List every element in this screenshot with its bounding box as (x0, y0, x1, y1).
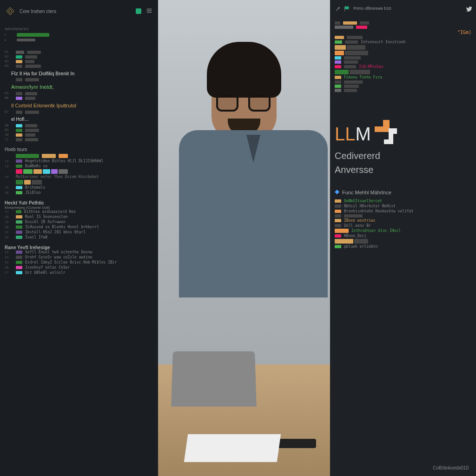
developer-photo (158, 0, 330, 476)
progress-row: ▸ (5, 33, 153, 37)
mid-title-3: Rane Yevft Irehesige (5, 245, 153, 250)
right-panel: Prirro ofltrerewe b10 "IGm) Intvenxurt I… (330, 0, 476, 476)
svg-rect-3 (383, 120, 390, 126)
brand-sub-1: Cedivererd (335, 150, 471, 162)
app-logo-icon (5, 6, 16, 17)
footer-text: CoB/änkoeds010 (433, 465, 469, 470)
mid-title-1: Hoeb tsurs (5, 147, 153, 152)
flag-icon (344, 6, 350, 11)
badge-icon[interactable] (135, 7, 142, 15)
menu-icon[interactable] (146, 7, 153, 15)
brand-sub-2: Anversse (335, 164, 471, 176)
center-photo-panel (158, 0, 330, 476)
heading-3: Il Corbrid Erlonentk Iputtrutol (11, 103, 153, 108)
svg-rect-0 (136, 8, 141, 14)
diamond-icon (335, 190, 339, 195)
line-gutter: ▸ (5, 38, 14, 42)
mid-sub-2: Elvepmepny (Conurar Outl) (5, 205, 153, 210)
svg-rect-5 (389, 128, 397, 134)
brand-text-m: M (356, 124, 371, 144)
right-header: Prirro ofltrerewe b10 (335, 6, 471, 15)
heading-4: el Hofl… (11, 117, 153, 122)
progress-bar (17, 39, 35, 41)
left-code-panel: Core Inshen cters INFERENCES ▸ ▸ 01 02 0… (0, 0, 158, 476)
bottom-code-block: OoNkGItsaolSercet Bbhisl HOvrkster NoHiv… (335, 199, 471, 249)
top-code-block: "IGm) Intvenxurt Inostioeh 2i0:HPsshas F… (335, 21, 471, 92)
brand-text-ll: LL (335, 124, 356, 144)
heading-1: Flz Il Ha for Dolfiliq Brenit In (11, 71, 153, 76)
brand-shape-icon (375, 120, 398, 148)
svg-rect-7 (384, 139, 393, 144)
svg-rect-4 (375, 126, 390, 132)
line-gutter: ▸ (5, 33, 14, 37)
heading-2: Amwon/Iynr Inetdt, (11, 84, 153, 90)
mid-title-2: Heckt Yutr Pelhtic (5, 200, 153, 205)
left-header: Core Inshen cters (5, 6, 153, 20)
svg-rect-1 (345, 7, 349, 9)
bottom-section-title: Func Mehhl Mährlnce (335, 190, 471, 195)
code-block-top: 01 02 03 04 (5, 50, 153, 68)
twitter-icon[interactable] (466, 6, 471, 11)
brand-block: LLM Cedivererd Anversse (335, 120, 471, 176)
left-header-title: Core Inshen cters (20, 9, 131, 14)
wrench-icon[interactable] (335, 6, 340, 11)
inference-section: INFERENCES ▸ ▸ (5, 27, 153, 42)
progress-row: ▸ (5, 38, 153, 42)
progress-bar (17, 33, 49, 37)
section-label: INFERENCES (5, 27, 153, 31)
right-header-title: Prirro ofltrerewe b10 (353, 6, 462, 11)
